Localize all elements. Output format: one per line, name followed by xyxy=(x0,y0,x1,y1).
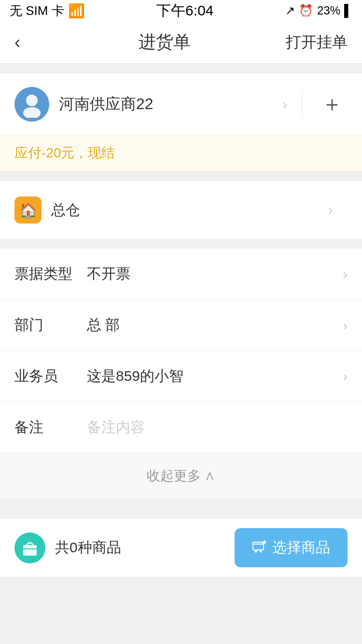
vertical-divider xyxy=(302,92,302,116)
battery-icon: ▌ xyxy=(344,4,352,17)
svg-point-1 xyxy=(23,107,41,118)
select-product-icon xyxy=(252,539,267,556)
invoice-type-chevron-icon: › xyxy=(343,266,348,282)
person-icon xyxy=(18,91,45,118)
bottom-bar: 共0种商品 选择商品 xyxy=(0,518,362,577)
status-bar: 无 SIM 卡 📶 下午6:04 ↗ ⏰ 23% ▌ xyxy=(0,0,362,21)
svg-rect-4 xyxy=(253,542,264,550)
salesperson-value: 这是859的小智 xyxy=(87,366,343,386)
remark-placeholder[interactable]: 备注内容 xyxy=(87,418,348,437)
add-button[interactable]: ＋ xyxy=(317,85,348,123)
remark-label: 备注 xyxy=(14,418,72,437)
section-gap-3 xyxy=(0,239,362,249)
department-value: 总 部 xyxy=(87,315,343,335)
invoice-type-row[interactable]: 票据类型 不开票 › xyxy=(0,249,362,300)
remark-row[interactable]: 备注 备注内容 xyxy=(0,402,362,453)
department-label: 部门 xyxy=(14,315,72,335)
invoice-type-value: 不开票 xyxy=(87,264,343,284)
svg-point-5 xyxy=(255,550,257,553)
time-label: 下午6:04 xyxy=(156,1,213,21)
warehouse-icon-wrap: 🏠 xyxy=(14,196,42,224)
collapse-label: 收起更多 ∧ xyxy=(147,467,216,485)
cart-plus-icon xyxy=(252,539,267,553)
back-button[interactable]: ‹ xyxy=(14,32,43,53)
salesperson-chevron-icon: › xyxy=(343,368,348,385)
battery-label: 23% xyxy=(317,4,340,17)
notice-text: 应付-20元，现结 xyxy=(14,145,115,160)
salesperson-row[interactable]: 业务员 这是859的小智 › xyxy=(0,351,362,402)
salesperson-label: 业务员 xyxy=(14,366,72,386)
gray-area xyxy=(0,577,362,644)
house-icon: 🏠 xyxy=(19,202,37,219)
wifi-icon: 📶 xyxy=(68,3,85,19)
section-gap-1 xyxy=(0,64,362,73)
section-gap-4 xyxy=(0,499,362,508)
carrier-label: 无 SIM 卡 xyxy=(10,2,64,19)
notice-banner: 应付-20元，现结 xyxy=(0,135,362,171)
warehouse-row[interactable]: 🏠 总仓 › xyxy=(0,181,362,239)
status-bar-right: ↗ ⏰ 23% ▌ xyxy=(285,4,352,17)
invoice-type-label: 票据类型 xyxy=(14,264,72,284)
department-chevron-icon: › xyxy=(343,317,348,334)
product-icon-wrap xyxy=(14,532,45,563)
supplier-row[interactable]: 河南供应商22 › ＋ xyxy=(0,73,362,135)
svg-point-6 xyxy=(260,550,262,553)
select-product-button[interactable]: 选择商品 xyxy=(235,528,348,567)
svg-rect-2 xyxy=(23,545,37,556)
status-bar-left: 无 SIM 卡 📶 xyxy=(10,2,85,19)
warehouse-chevron-icon: › xyxy=(328,202,333,218)
collapse-row[interactable]: 收起更多 ∧ xyxy=(0,453,362,499)
supplier-chevron-icon: › xyxy=(282,96,287,112)
nav-bar: ‹ 进货单 打开挂单 xyxy=(0,21,362,64)
warehouse-label: 总仓 xyxy=(51,200,328,220)
location-icon: ↗ xyxy=(285,4,295,17)
form-fields-section: 票据类型 不开票 › 部门 总 部 › 业务员 这是859的小智 › 备注 备注… xyxy=(0,249,362,453)
shopping-bag-icon xyxy=(20,538,40,558)
svg-point-0 xyxy=(26,95,38,106)
supplier-avatar xyxy=(14,87,49,122)
product-count-label: 共0种商品 xyxy=(55,538,235,558)
supplier-name-label: 河南供应商22 xyxy=(59,94,282,115)
department-row[interactable]: 部门 总 部 › xyxy=(0,300,362,351)
page-title: 进货单 xyxy=(139,30,191,54)
alarm-icon: ⏰ xyxy=(299,4,313,17)
supplier-section: 河南供应商22 › ＋ 应付-20元，现结 xyxy=(0,73,362,171)
section-gap-2 xyxy=(0,171,362,181)
warehouse-section: 🏠 总仓 › xyxy=(0,181,362,239)
open-pending-button[interactable]: 打开挂单 xyxy=(286,32,348,53)
select-product-label: 选择商品 xyxy=(272,538,330,558)
